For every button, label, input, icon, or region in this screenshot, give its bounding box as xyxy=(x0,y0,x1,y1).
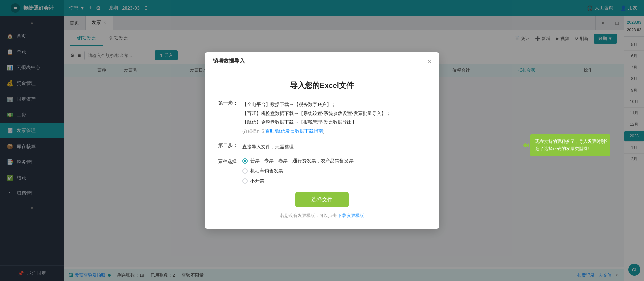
radio-section: 票种选择： 普票，专票，卷票，通行费发票，农产品销售发票 机动车销售发票 不开票 xyxy=(218,158,426,184)
radio-group: 普票，专票，卷票，通行费发票，农产品销售发票 机动车销售发票 不开票 xyxy=(242,158,354,184)
modal-close-btn[interactable]: × xyxy=(427,58,431,64)
step1-line3: 【航信】金税盘数据下载→【报税管理-发票数据导出】； xyxy=(242,118,391,127)
select-btn-container: 选择文件 xyxy=(218,192,426,207)
tooltip-close-btn[interactable]: × xyxy=(604,137,607,144)
modal-step2: 第二步： 直接导入文件，无需整理 xyxy=(218,142,426,151)
select-file-btn[interactable]: 选择文件 xyxy=(295,192,349,207)
step1-label: 第一步： xyxy=(218,100,238,106)
modal-big-title: 导入您的Excel文件 xyxy=(218,80,426,91)
modal-body: 导入您的Excel文件 第一步： 【全电平台】数据下载→【税务数字账户】； 【百… xyxy=(205,70,439,229)
step1-content: 【全电平台】数据下载→【税务数字账户】； 【百旺】税控盘数据下载→【系统设置-系… xyxy=(242,100,391,135)
radio-motor-label: 机动车销售发票 xyxy=(250,168,283,174)
step1-line1: 【全电平台】数据下载→【税务数字账户】； xyxy=(242,100,391,109)
download-template-link[interactable]: 下载发票模版 xyxy=(338,213,364,218)
step1-link[interactable]: 百旺/航信发票数据下载指南 xyxy=(265,128,323,134)
modal-step1: 第一步： 【全电平台】数据下载→【税务数字账户】； 【百旺】税控盘数据下载→【系… xyxy=(218,100,426,135)
step2-label: 第二步： xyxy=(218,142,238,149)
radio-motor-circle xyxy=(242,168,248,174)
tooltip-text: 现在支持的票种多了，导入发票时别忘了选择正确的发票类型呀! xyxy=(535,139,605,151)
step2-content: 直接导入文件，无需整理 xyxy=(242,142,294,151)
radio-motor[interactable]: 机动车销售发票 xyxy=(242,168,354,174)
radio-label: 票种选择： xyxy=(218,158,242,165)
radio-noticket[interactable]: 不开票 xyxy=(242,178,354,184)
tooltip-bubble: × 现在支持的票种多了，导入发票时别忘了选择正确的发票类型呀! xyxy=(530,134,610,156)
import-modal: 销项数据导入 × 导入您的Excel文件 第一步： 【全电平台】数据下载→【税务… xyxy=(205,52,439,229)
radio-noticket-circle xyxy=(242,178,248,184)
radio-normal-circle xyxy=(242,158,248,164)
radio-normal-label: 普票，专票，卷票，通行费发票，农产品销售发票 xyxy=(250,158,354,164)
radio-noticket-label: 不开票 xyxy=(250,178,264,184)
radio-normal[interactable]: 普票，专票，卷票，通行费发票，农产品销售发票 xyxy=(242,158,354,164)
modal-footer: 若您没有发票模版，可以点击 下载发票模版 xyxy=(218,213,426,219)
modal-header: 销项数据导入 × xyxy=(205,52,439,70)
tooltip-dot xyxy=(523,143,527,147)
step1-line2: 【百旺】税控盘数据下载→【系统设置-系统参数设置-发票批量导入】； xyxy=(242,109,391,118)
step1-hint: (详细操作见百旺/航信发票数据下载指南) xyxy=(242,127,391,136)
modal-title: 销项数据导入 xyxy=(213,58,245,65)
